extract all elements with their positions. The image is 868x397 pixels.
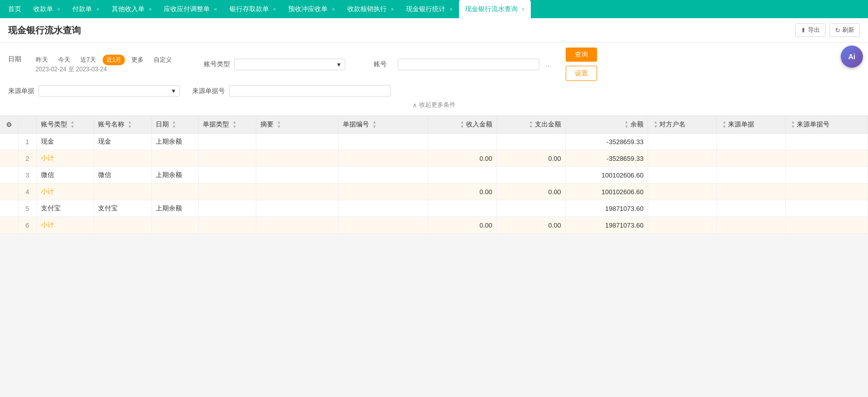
nav-item-bank-deposit[interactable]: 银行存取款单 × [223,0,282,18]
date-opt-yesterday[interactable]: 昨天 [32,55,52,65]
table-row[interactable]: 3微信微信上期余额100102606.60 [0,167,868,184]
td-source-doc-no [785,200,867,217]
td-income [428,200,496,217]
nav-label-other-income: 其他收入单 [112,0,145,18]
nav-close-cashflow[interactable]: × [522,0,525,18]
td-summary [256,184,339,200]
ai-badge[interactable]: Ai [841,46,863,68]
nav-item-cashflow[interactable]: 现金银行流水查询 × [459,0,531,18]
account-type-chevron-icon [337,61,341,68]
nav-item-other-income[interactable]: 其他收入单 × [106,0,158,18]
td-doc-no [339,150,428,167]
th-expense[interactable]: ▲▼ 支出金额 [496,116,565,134]
table-row[interactable]: 2小计0.000.00-3528659.33 [0,150,868,167]
nav-label-stats: 现金银行统计 [406,0,445,18]
nav-close-bank-deposit[interactable]: × [273,0,276,18]
th-counterpart[interactable]: ▲▼ 对方户名 [648,116,716,134]
td-balance: -3528659.33 [565,134,648,150]
setting-button[interactable]: 设置 [566,66,597,81]
source-doc-chevron-icon [172,87,175,95]
th-doc-type[interactable]: 单据类型 ▲▼ [199,116,256,134]
td-source-doc [716,134,785,150]
td-index: 6 [18,217,36,234]
td-balance: 100102606.60 [565,184,648,200]
source-doc-select[interactable] [38,85,180,97]
source-doc-no-label: 来源单据号 [192,86,225,96]
query-button[interactable]: 查询 [566,48,597,62]
refresh-icon: ↻ [835,27,840,34]
th-date[interactable]: 日期 ▲▼ [151,116,199,134]
date-opt-custom[interactable]: 自定义 [150,55,175,65]
td-date [151,184,199,200]
nav-label-home: 首页 [8,0,21,18]
nav-close-receipt[interactable]: × [57,0,60,18]
td-checkbox [0,167,18,184]
nav-item-home[interactable]: 首页 [2,0,27,18]
date-filter-options: 昨天 今天 近7天 近1月 更多 自定义 2023-02-24 至 2023-0… [32,55,175,74]
td-account-type: 支付宝 [36,200,94,217]
th-summary[interactable]: 摘要 ▲▼ [256,116,339,134]
nav-close-adjustment[interactable]: × [214,0,217,18]
nav-close-advance[interactable]: × [332,0,335,18]
td-account-name: 现金 [94,134,152,150]
account-ellipsis-icon[interactable]: ... [543,60,554,68]
td-checkbox [0,217,18,234]
account-input[interactable] [398,59,539,70]
td-expense: 0.00 [496,184,565,200]
nav-close-other-income[interactable]: × [149,0,152,18]
table-row[interactable]: 6小计0.000.0019871073.60 [0,217,868,234]
filter-area: 日期 昨天 今天 近7天 近1月 更多 自定义 2023-02-24 至 202… [0,42,868,116]
th-settings[interactable]: ⚙ [0,116,18,134]
th-source-doc-no[interactable]: ▲▼ 来源单据号 [785,116,867,134]
sort-icon-source-doc-no: ▲▼ [791,120,795,129]
export-button[interactable]: ⬆ 导出 [795,23,826,37]
th-balance[interactable]: ▲▼ 余额 [565,116,648,134]
collapse-bar[interactable]: ∧ 收起更多条件 [8,99,860,111]
table-row[interactable]: 4小计0.000.00100102606.60 [0,184,868,200]
date-opt-today[interactable]: 今天 [55,55,74,65]
nav-item-payment[interactable]: 付款单 × [66,0,105,18]
nav-close-stats[interactable]: × [449,0,452,18]
nav-item-adjustment[interactable]: 应收应付调整单 × [158,0,223,18]
nav-item-advance[interactable]: 预收冲应收单 × [282,0,341,18]
table-row[interactable]: 5支付宝支付宝上期余额19871073.60 [0,200,868,217]
nav-label-advance: 预收冲应收单 [288,0,328,18]
th-doc-no[interactable]: 单据编号 ▲▼ [339,116,428,134]
td-summary [256,200,339,217]
th-account-name[interactable]: 账号名称 ▲▼ [94,116,152,134]
date-options-row: 昨天 今天 近7天 近1月 更多 自定义 [32,55,175,65]
td-source-doc [716,200,785,217]
td-account-type: 现金 [36,134,94,150]
td-income: 0.00 [428,184,496,200]
nav-item-receipt[interactable]: 收款单 × [27,0,66,18]
date-opt-7days[interactable]: 近7天 [77,55,100,65]
td-doc-type [199,150,256,167]
table-row[interactable]: 1现金现金上期余额-3528659.33 [0,134,868,150]
table-header-row: ⚙ 账号类型 ▲▼ 账号名称 ▲▼ 日期 ▲▼ 单据类型 ▲▼ [0,116,868,134]
refresh-button[interactable]: ↻ 刷新 [830,23,860,37]
nav-item-stats[interactable]: 现金银行统计 × [400,0,459,18]
td-expense [496,167,565,184]
td-doc-no [339,134,428,150]
td-source-doc-no [785,184,867,200]
td-index: 2 [18,150,36,167]
nav-label-bank-deposit: 银行存取款单 [230,0,269,18]
date-opt-more[interactable]: 更多 [128,55,147,65]
nav-item-writeoff[interactable]: 收款核销执行 × [341,0,400,18]
th-source-doc[interactable]: ▲▼ 来源单据 [716,116,785,134]
th-income[interactable]: ▲▼ 收入金额 [428,116,496,134]
td-date: 上期余额 [151,167,199,184]
nav-label-cashflow: 现金银行流水查询 [465,0,518,18]
top-navigation: 首页 收款单 × 付款单 × 其他收入单 × 应收应付调整单 × 银行存取款单 … [0,0,868,18]
td-doc-type [199,217,256,234]
sort-icon-doc-type: ▲▼ [233,120,237,129]
nav-close-payment[interactable]: × [96,0,99,18]
date-opt-1month[interactable]: 近1月 [103,55,125,65]
nav-label-receipt: 收款单 [33,0,53,18]
date-range-display: 2023-02-24 至 2023-03-24 [35,65,175,74]
sort-icon-source-doc: ▲▼ [722,120,726,129]
source-doc-no-input[interactable] [229,85,391,97]
th-account-type[interactable]: 账号类型 ▲▼ [36,116,94,134]
account-type-select[interactable] [234,59,345,70]
nav-close-writeoff[interactable]: × [391,0,394,18]
